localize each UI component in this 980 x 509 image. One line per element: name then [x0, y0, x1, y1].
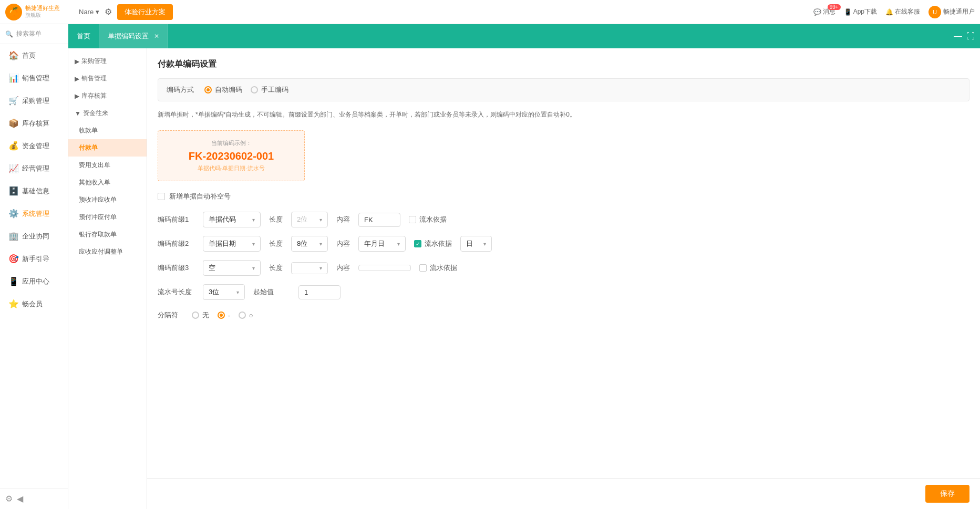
period2-select[interactable]: 日 ▾: [460, 236, 492, 252]
trial-button[interactable]: 体验行业方案: [117, 4, 173, 20]
sep-circle-label: ○: [249, 311, 253, 319]
sidebar-item-home[interactable]: 🏠 首页: [0, 44, 68, 67]
content2-select[interactable]: 年月日 ▾: [358, 236, 406, 252]
auto-code-label: 自动编码: [215, 85, 242, 95]
arrow-down-icon: ▼: [75, 110, 81, 117]
period2-arrow-icon: ▾: [483, 241, 486, 247]
sidebar-item-member[interactable]: ⭐ 畅会员: [0, 293, 68, 315]
start-value-input[interactable]: 1: [298, 285, 341, 299]
sidebar-search[interactable]: 🔍 搜索菜单: [0, 24, 68, 44]
code-preview-sub: 单据代码-单据日期-流水号: [171, 164, 292, 172]
collapse-icon[interactable]: ◀: [17, 494, 23, 504]
prefix3-select[interactable]: 空 ▾: [203, 260, 261, 276]
content2-value: 年月日: [364, 239, 385, 248]
tab-close-icon[interactable]: ✕: [154, 33, 159, 40]
tab-bar: 首页 单据编码设置 ✕ — ⛶: [68, 24, 980, 48]
purchase-icon: 🛒: [8, 96, 18, 106]
settings-bottom-icon[interactable]: ⚙: [5, 494, 13, 504]
sec-group-sales[interactable]: ▶ 销售管理: [68, 70, 147, 87]
stream2-checkbox[interactable]: ✓ 流水依据: [414, 239, 452, 248]
save-button[interactable]: 保存: [925, 485, 969, 503]
content2-label: 内容: [336, 239, 350, 248]
bottom-bar: 保存: [147, 478, 980, 509]
sidebar-item-operations[interactable]: 📈 经营管理: [0, 157, 68, 180]
sidebar: 🔍 搜索菜单 🏠 首页 📊 销售管理 🛒 采购管理 📦 库存核算 💰 资金管理 …: [0, 24, 68, 509]
sec-item-prepay-ap[interactable]: 预付冲应付单: [68, 209, 147, 226]
sec-item-adjust[interactable]: 应收应付调整单: [68, 243, 147, 261]
prefix2-select[interactable]: 单据日期 ▾: [203, 236, 261, 252]
stream3-box: [419, 264, 427, 272]
stream1-checkbox[interactable]: 流水依据: [409, 215, 447, 224]
message-badge: 99+: [828, 4, 841, 10]
length2-select[interactable]: 8位 ▾: [291, 236, 328, 252]
tab-home[interactable]: 首页: [68, 24, 99, 48]
appcenter-icon: 📱: [8, 276, 18, 286]
sec-item-payment[interactable]: 付款单: [68, 139, 147, 157]
length3-select[interactable]: ▾: [291, 262, 328, 274]
length1-select[interactable]: 2位 ▾: [291, 212, 328, 227]
app-download-button[interactable]: 📱 App下载: [844, 7, 877, 16]
sec-group-inventory[interactable]: ▶ 库存核算: [68, 87, 147, 105]
sec-item-receipt[interactable]: 收款单: [68, 122, 147, 139]
sec-item-expense[interactable]: 费用支出单: [68, 157, 147, 174]
newguide-icon: 🎯: [8, 254, 18, 264]
serial-length-value: 3位: [209, 287, 219, 297]
manual-code-radio[interactable]: 手工编码: [251, 85, 288, 95]
prefix1-value: 单据代码: [209, 215, 236, 224]
secondary-sidebar: ▶ 采购管理 ▶ 销售管理 ▶ 库存核算 ▼ 资金往来 收款单 付款单 费用支出…: [68, 48, 147, 509]
sec-item-prepay-ar[interactable]: 预收冲应收单: [68, 191, 147, 209]
sep-none-label: 无: [202, 310, 209, 320]
sep-circle-radio[interactable]: ○: [239, 311, 253, 319]
tab-minimize-icon[interactable]: —: [954, 32, 962, 41]
auto-code-radio[interactable]: 自动编码: [204, 85, 242, 95]
tab-serial-settings[interactable]: 单据编码设置 ✕: [99, 24, 168, 48]
user-avatar[interactable]: U 畅捷通用户: [929, 6, 975, 18]
radio-group: 自动编码 手工编码: [204, 85, 288, 95]
sidebar-item-appcenter[interactable]: 📱 应用中心: [0, 270, 68, 293]
message-button[interactable]: 💬 消息 99+: [813, 7, 835, 16]
finance-icon: 💰: [8, 141, 18, 151]
online-service-label: 在线客服: [895, 7, 920, 16]
prefix2-label: 编码前缀2: [158, 239, 194, 248]
sidebar-item-basic[interactable]: 🗄️ 基础信息: [0, 180, 68, 202]
prefix3-label: 编码前缀3: [158, 263, 194, 273]
sidebar-item-inventory[interactable]: 📦 库存核算: [0, 112, 68, 134]
service-icon: 🔔: [885, 8, 893, 16]
tab-maximize-icon[interactable]: ⛶: [966, 32, 975, 41]
sec-item-other-income[interactable]: 其他收入单: [68, 174, 147, 191]
sidebar-item-purchase[interactable]: 🛒 采购管理: [0, 89, 68, 112]
prefix2-row: 编码前缀2 单据日期 ▾ 长度 8位 ▾ 内容 年月日: [158, 236, 969, 252]
system-icon: ⚙️: [8, 209, 18, 219]
prefix1-select[interactable]: 单据代码 ▾: [203, 212, 261, 227]
prefix3-arrow-icon: ▾: [252, 265, 255, 271]
serial-length-select[interactable]: 3位 ▾: [203, 284, 245, 300]
sec-item-bank[interactable]: 银行存取款单: [68, 226, 147, 243]
online-service-button[interactable]: 🔔 在线客服: [885, 7, 920, 16]
sidebar-item-newguide[interactable]: 🎯 新手引导: [0, 247, 68, 270]
auto-fill-checkbox[interactable]: [158, 193, 165, 200]
page-title: 付款单编码设置: [158, 59, 969, 70]
sec-group-finance[interactable]: ▼ 资金往来: [68, 105, 147, 122]
sidebar-item-company[interactable]: 🏢 企业协同: [0, 225, 68, 247]
length1-label: 长度: [269, 215, 283, 224]
user-name: 畅捷通用户: [943, 7, 975, 16]
sec-group-purchase[interactable]: ▶ 采购管理: [68, 53, 147, 70]
app-name: 畅捷通好生意: [25, 5, 60, 12]
sidebar-item-finance[interactable]: 💰 资金管理: [0, 134, 68, 157]
sep-dot-radio[interactable]: ·: [218, 311, 230, 319]
company-dropdown[interactable]: Nare ▾: [79, 8, 99, 16]
coding-method-label: 编码方式: [167, 85, 194, 95]
sep-none-radio[interactable]: 无: [192, 310, 209, 320]
info-text: 新增单据时，*单据编码*自动生成，不可编辑。前缀设置为部门、业务员等档案类，开单…: [158, 110, 969, 120]
sidebar-item-sales[interactable]: 📊 销售管理: [0, 67, 68, 89]
sidebar-label-purchase: 采购管理: [22, 96, 49, 106]
stream3-label: 流水依据: [430, 263, 457, 273]
sidebar-item-system[interactable]: ⚙️ 系统管理: [0, 202, 68, 225]
settings-icon[interactable]: ⚙: [105, 7, 112, 17]
stream3-checkbox[interactable]: 流水依据: [419, 263, 457, 273]
sidebar-label-basic: 基础信息: [22, 186, 49, 196]
arrow-right-icon3: ▶: [75, 92, 79, 100]
basic-icon: 🗄️: [8, 186, 18, 196]
sidebar-label-newguide: 新手引导: [22, 254, 49, 264]
sec-group-purchase-label: 采购管理: [81, 57, 107, 66]
